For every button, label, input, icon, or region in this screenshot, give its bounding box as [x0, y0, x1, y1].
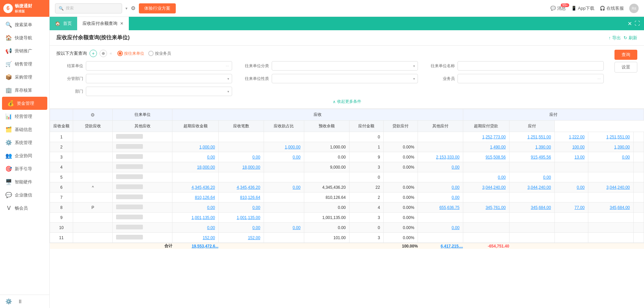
row-overdue-pay[interactable]: 3,044,240.00 [588, 182, 633, 192]
row-prepaid[interactable]: 0.00 [418, 223, 463, 233]
tab-home[interactable]: 🏠 首页 [50, 17, 77, 30]
row-loan-pay[interactable]: 345,684.00 [509, 203, 554, 213]
export-button[interactable]: ↑ 导出 [609, 35, 621, 41]
user-avatar[interactable]: Rit [629, 4, 639, 13]
sidebar-item-quick-nav[interactable]: 🏠快捷导航 [0, 31, 49, 44]
scheme-by-partner[interactable]: 按往来单位 [117, 51, 144, 56]
row-other-recv[interactable]: 0.00 [264, 152, 304, 162]
app-download-button[interactable]: 📱 App下载 [571, 5, 594, 11]
sidebar-item-wechat[interactable]: 💬企业微信 [0, 188, 49, 202]
row-overdue-pay[interactable]: 0.00 [588, 152, 633, 162]
row-recv-amount[interactable]: 1,001,135.00 [172, 213, 219, 223]
row-other-recv[interactable]: 0.00 [264, 223, 304, 233]
footer-prepaid[interactable]: 6,417,215.... [418, 243, 463, 249]
row-recv-amount[interactable]: 152.00 [172, 233, 219, 243]
row-other-pay[interactable]: 1,222.00 [554, 132, 588, 142]
row-loan-pay[interactable]: 1,390.00 [509, 142, 554, 152]
salesperson-input[interactable]: ··· [458, 74, 604, 83]
row-other-recv[interactable]: 1,000.00 [264, 142, 304, 152]
sidebar-item-marketing[interactable]: 📢营销推广 [0, 44, 49, 57]
sidebar-item-purchase[interactable]: 📦采购管理 [0, 71, 49, 84]
settings-button[interactable]: 设置 [614, 62, 637, 73]
row-loan-recv[interactable]: 152.00 [218, 233, 264, 243]
row-other-pay[interactable]: 100.00 [554, 142, 588, 152]
sidebar-item-enterprise[interactable]: 👥企业协同 [0, 149, 49, 162]
row-loan-pay[interactable]: 1,251,551.00 [509, 132, 554, 142]
row-loan-recv[interactable]: 810,126.64 [218, 192, 264, 203]
sidebar-item-operations[interactable]: 📊经营管理 [0, 110, 49, 123]
row-recv-amount[interactable]: 0.00 [172, 152, 219, 162]
row-recv-amount[interactable]: 0.00 [172, 203, 219, 213]
row-overdue-pay[interactable]: 1,390.00 [588, 142, 633, 152]
row-other-pay[interactable]: 77.00 [554, 203, 588, 213]
row-prepaid[interactable]: 655,636.75 [418, 203, 463, 213]
dept-input[interactable]: ▾ [86, 74, 232, 83]
row-prepaid[interactable]: 2,153,333.00 [418, 152, 463, 162]
row-other-recv[interactable]: 0.00 [264, 182, 304, 192]
row-prepaid[interactable]: 0.00 [418, 182, 463, 192]
topbar-search[interactable]: 🔍 搜索 [55, 3, 122, 13]
partner-name-input[interactable] [458, 61, 604, 71]
row-payable[interactable]: 915,508.56 [463, 152, 509, 162]
filter-collapse-left-icon[interactable]: « [110, 51, 112, 56]
query-button[interactable]: 查询 [614, 50, 637, 60]
row-payable[interactable]: 1,490.00 [463, 142, 509, 152]
sidebar-item-finance[interactable]: 💰资金管理 [2, 97, 47, 110]
messages-button[interactable]: 💬 消息 99+ [550, 5, 566, 11]
sidebar-item-inventory[interactable]: 🏢库存核算 [0, 84, 49, 97]
sidebar-item-guide[interactable]: 🎯新手引导 [0, 162, 49, 175]
row-recv-amount[interactable]: 1,000.00 [172, 142, 219, 152]
tab-ar-ap[interactable]: 应收应付余额查询 ✕ [77, 17, 129, 30]
tab-close-all-icon[interactable]: ✕ [628, 20, 632, 27]
topbar-gear-icon[interactable]: ⚙ [131, 5, 136, 11]
row-overdue-pay[interactable]: 345,684.00 [588, 203, 633, 213]
row-num: 7 [50, 192, 73, 203]
filter-add-button[interactable]: + [90, 50, 97, 57]
topbar-chevron-icon[interactable]: ▾ [125, 6, 127, 11]
row-recv-amount[interactable]: 0.00 [172, 223, 219, 233]
filter-setting-button[interactable]: ⊕ [100, 50, 107, 57]
partner-type-input[interactable]: ▾ [272, 61, 418, 71]
row-payable[interactable]: 345,761.00 [463, 203, 509, 213]
scheme-by-salesperson[interactable]: 按业务员 [148, 51, 171, 56]
sidebar-item-member[interactable]: Ⅴ畅会员 [0, 202, 49, 215]
tab-close-icon[interactable]: ✕ [120, 21, 123, 26]
row-loan-recv[interactable]: 1,001,135.00 [218, 213, 264, 223]
row-other-pay[interactable]: 13.00 [554, 152, 588, 162]
row-loan-recv[interactable]: 4,345,436.20 [218, 182, 264, 192]
sidebar-item-system[interactable]: ⚙️系统管理 [0, 136, 49, 149]
sidebar-item-search[interactable]: 🔍搜索菜单 [0, 18, 49, 31]
refresh-button[interactable]: ↻ 刷新 [624, 35, 637, 41]
row-payable[interactable]: 1,252,773.00 [463, 132, 509, 142]
sidebar-item-hardware[interactable]: 🖥️智能硬件 [0, 175, 49, 188]
row-loan-pay[interactable]: 3,044,240.00 [509, 182, 554, 192]
row-other-pay[interactable]: 0.00 [554, 182, 588, 192]
row-overdue-pay[interactable]: 1,251,551.00 [588, 132, 633, 142]
footer-recv-amount[interactable]: 19,553,472.6... [172, 243, 219, 249]
filter-collapse-button[interactable]: ∧ 收起更多条件 [56, 99, 637, 104]
row-loan-recv[interactable]: 0.00 [218, 223, 264, 233]
tab-expand-icon[interactable]: ⛶ [635, 20, 640, 27]
row-prepaid[interactable]: 0.00 [418, 192, 463, 203]
sidebar-collapse-icon[interactable]: ⏸ [17, 299, 23, 305]
partner-nature-input[interactable]: ▾ [272, 74, 418, 83]
row-recv-amount[interactable]: 810,126.64 [172, 192, 219, 203]
department-input[interactable]: ▾ [86, 87, 232, 96]
settlement-input[interactable]: ··· [86, 61, 232, 71]
row-payable[interactable]: 3,044,240.00 [463, 182, 509, 192]
table-settings-icon[interactable]: ⚙ [91, 112, 95, 118]
row-recv-amount[interactable]: 4,345,436.20 [172, 182, 219, 192]
row-loan-pay[interactable]: 915,495.56 [509, 152, 554, 162]
row-loan-recv[interactable]: 0.00 [218, 203, 264, 213]
row-loan-recv[interactable]: 18,000.00 [218, 162, 264, 172]
sidebar-settings-icon[interactable]: ⚙️ [5, 298, 12, 305]
sidebar-item-basic-info[interactable]: 🗂️基础信息 [0, 123, 49, 136]
row-loan-recv[interactable]: 0.00 [218, 152, 264, 162]
row-prepaid[interactable]: 0.00 [418, 162, 463, 172]
promo-button[interactable]: 体验行业方案 [139, 3, 176, 13]
row-recv-amount[interactable]: 18,000.00 [172, 162, 219, 172]
sidebar-item-sales[interactable]: 🛒销售管理 [0, 57, 49, 71]
row-loan-pay[interactable]: 0.00 [509, 172, 554, 182]
row-payable[interactable]: 0.00 [463, 172, 509, 182]
online-service-button[interactable]: 🎧 在线客服 [600, 5, 624, 11]
